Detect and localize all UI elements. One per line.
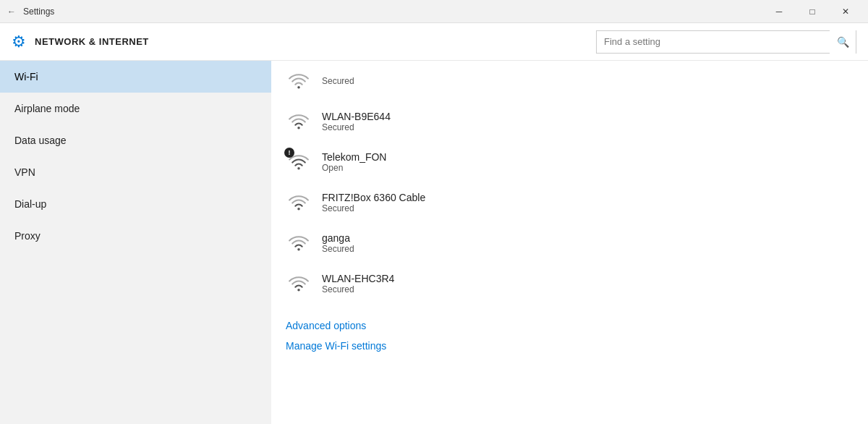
list-item[interactable]: WLAN-EHC3R4 Secured	[286, 263, 854, 304]
main-area: Wi-Fi Airplane mode Data usage VPN Dial-…	[0, 61, 868, 424]
list-item[interactable]: Secured	[286, 61, 854, 101]
network-status: Secured	[322, 203, 425, 213]
wifi-icon-wrap	[286, 109, 312, 135]
manage-wifi-link[interactable]: Manage Wi-Fi settings	[286, 336, 854, 356]
header-left: ⚙ NETWORK & INTERNET	[12, 33, 149, 51]
close-button[interactable]: ✕	[829, 0, 862, 23]
titlebar-left: ← Settings	[6, 6, 54, 17]
links-area: Advanced options Manage Wi-Fi settings	[271, 304, 868, 356]
header: ⚙ NETWORK & INTERNET 🔍	[0, 23, 868, 61]
network-name: Telekom_FON	[322, 151, 386, 163]
sidebar-item-wifi[interactable]: Wi-Fi	[0, 61, 271, 93]
wifi-icon	[289, 274, 309, 294]
back-button[interactable]: ←	[6, 6, 17, 17]
titlebar-title: Settings	[23, 7, 54, 17]
network-info: Secured	[322, 76, 354, 86]
network-status: Secured	[322, 122, 391, 132]
wifi-icon-wrap	[286, 68, 312, 94]
titlebar-controls: ─ □ ✕	[762, 0, 862, 23]
svg-point-3	[297, 208, 300, 211]
network-info: Telekom_FON Open	[322, 151, 386, 173]
svg-point-0	[297, 86, 300, 89]
svg-point-1	[297, 127, 300, 130]
network-name: ganga	[322, 232, 354, 244]
warning-badge: !	[284, 148, 294, 158]
wifi-icon	[289, 71, 309, 91]
list-item[interactable]: ! Telekom_FON Open	[286, 142, 854, 182]
network-name: WLAN-EHC3R4	[322, 273, 394, 284]
search-input[interactable]	[597, 36, 830, 47]
list-item[interactable]: FRITZ!Box 6360 Cable Secured	[286, 182, 854, 223]
search-box[interactable]: 🔍	[596, 30, 856, 54]
list-item[interactable]: WLAN-B9E644 Secured	[286, 101, 854, 142]
minimize-button[interactable]: ─	[762, 0, 796, 23]
wifi-icon	[289, 192, 309, 213]
maximize-button[interactable]: □	[796, 0, 829, 23]
list-item[interactable]: ganga Secured	[286, 223, 854, 263]
sidebar-item-airplane[interactable]: Airplane mode	[0, 93, 271, 124]
sidebar: Wi-Fi Airplane mode Data usage VPN Dial-…	[0, 61, 271, 424]
wifi-icon-wrap	[286, 271, 312, 297]
sidebar-item-data-usage[interactable]: Data usage	[0, 124, 271, 156]
advanced-options-link[interactable]: Advanced options	[286, 315, 854, 336]
wifi-icon-wrap: !	[286, 149, 312, 175]
network-info: FRITZ!Box 6360 Cable Secured	[322, 192, 425, 213]
search-icon[interactable]: 🔍	[830, 30, 856, 54]
sidebar-item-dialup[interactable]: Dial-up	[0, 188, 271, 220]
sidebar-item-vpn[interactable]: VPN	[0, 156, 271, 188]
wifi-icon	[289, 111, 309, 132]
content-area: Secured WLAN-B9E644 Secured	[271, 61, 868, 424]
sidebar-item-proxy[interactable]: Proxy	[0, 220, 271, 252]
page-title: NETWORK & INTERNET	[35, 36, 149, 47]
titlebar: ← Settings ─ □ ✕	[0, 0, 868, 23]
gear-icon: ⚙	[12, 33, 26, 51]
svg-point-4	[297, 248, 300, 251]
network-name: WLAN-B9E644	[322, 111, 391, 122]
network-info: WLAN-EHC3R4 Secured	[322, 273, 394, 294]
network-status: Open	[322, 163, 386, 173]
network-list: Secured WLAN-B9E644 Secured	[271, 61, 868, 304]
network-status: Secured	[322, 244, 354, 254]
network-status: Secured	[322, 76, 354, 86]
wifi-icon	[289, 233, 309, 253]
network-info: ganga Secured	[322, 232, 354, 254]
wifi-icon-wrap	[286, 230, 312, 256]
wifi-icon-wrap	[286, 190, 312, 216]
network-name: FRITZ!Box 6360 Cable	[322, 192, 425, 203]
svg-point-2	[297, 167, 300, 170]
network-status: Secured	[322, 284, 394, 294]
svg-point-5	[297, 289, 300, 292]
network-info: WLAN-B9E644 Secured	[322, 111, 391, 132]
